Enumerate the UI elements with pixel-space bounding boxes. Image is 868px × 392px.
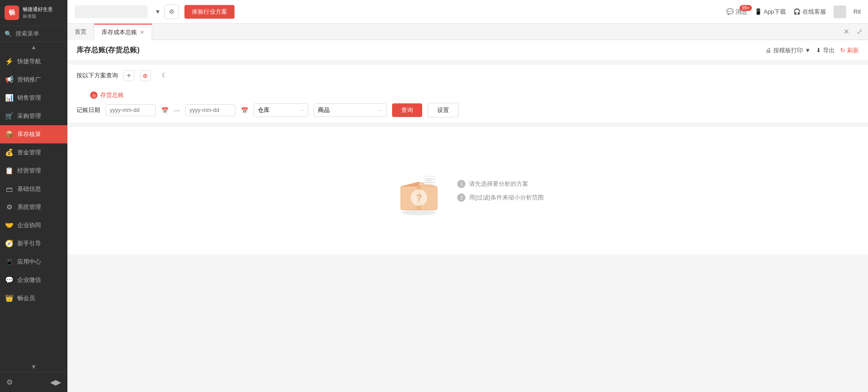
settings-filter-btn[interactable]: 设置: [428, 103, 459, 117]
print-icon: 🖨: [766, 47, 771, 54]
date-end-input[interactable]: [185, 104, 235, 116]
tab-maximize-btn[interactable]: ⤢: [855, 25, 864, 38]
operation-icon: 📋: [5, 167, 14, 175]
svg-point-0: [402, 210, 436, 215]
warehouse-filter[interactable]: 仓库 ···: [254, 103, 308, 117]
sidebar-item-basic-info[interactable]: 🗃 基础信息: [0, 180, 67, 198]
finance-icon: 💰: [5, 148, 14, 157]
sidebar-item-enterprise[interactable]: 🤝 企业协同: [0, 216, 67, 234]
sidebar-item-guide[interactable]: 🧭 新手引导: [0, 234, 67, 253]
sidebar-item-system[interactable]: ⚙ 系统管理: [0, 198, 67, 216]
filter-collapse-btn[interactable]: 《: [156, 70, 167, 81]
app-download-btn[interactable]: 📱 App下载: [755, 8, 786, 16]
scheme-list: ◎ 存货总账: [77, 86, 859, 103]
industry-btn[interactable]: 体验行业方案: [184, 5, 235, 19]
date-label: 记账日期: [77, 106, 100, 114]
marketing-icon: 📢: [5, 76, 14, 84]
sidebar-item-marketing[interactable]: 📢 营销推广: [0, 71, 67, 89]
app-logo-text: 畅捷通好生意 标准版: [23, 6, 53, 19]
wechat-icon: 💬: [5, 276, 14, 284]
tab-home[interactable]: 首页: [67, 24, 94, 40]
topbar-right: 💬 消息 99+ 📱 App下载 🎧 在线客服 Rit: [726, 5, 861, 18]
app-logo-icon: 畅: [5, 5, 19, 20]
sidebar: 畅 畅捷通好生意 标准版 🔍 搜索菜单 ▲ ⚡ 快捷导航 📢 营销推广 📊 销售…: [0, 0, 67, 392]
step-2-num: 2: [457, 193, 465, 202]
refresh-icon: ↻: [840, 47, 845, 54]
tab-close-all-btn[interactable]: ✕: [842, 25, 851, 38]
sidebar-item-quick-nav[interactable]: ⚡ 快捷导航: [0, 52, 67, 71]
goods-label: 商品: [318, 106, 330, 114]
message-badge: 99+: [740, 5, 752, 11]
filter-add-btn[interactable]: +: [123, 70, 134, 81]
goods-more-icon: ···: [378, 107, 383, 113]
enterprise-icon: 🤝: [5, 221, 14, 229]
user-avatar[interactable]: [833, 5, 846, 18]
sidebar-search[interactable]: 🔍 搜索菜单: [0, 26, 67, 42]
sidebar-scroll-up[interactable]: ▲: [0, 42, 67, 52]
system-icon: ⚙: [5, 203, 14, 211]
search-icon: 🔍: [5, 31, 12, 37]
calendar-end-icon[interactable]: 📅: [241, 107, 248, 114]
sidebar-item-operation[interactable]: 📋 经营管理: [0, 162, 67, 180]
tabbar-end: ✕ ⤢: [842, 25, 868, 38]
scheme-icon: ◎: [90, 92, 97, 99]
username-label: Rit: [853, 8, 861, 15]
topbar: ▼ ⚙ 体验行业方案 💬 消息 99+ 📱 App下载 🎧 在线客服 Rit: [67, 0, 868, 24]
sidebar-item-wechat[interactable]: 💬 企业微信: [0, 271, 67, 289]
purchase-icon: 🛒: [5, 112, 14, 120]
sidebar-nav: ⚡ 快捷导航 📢 营销推广 📊 销售管理 🛒 采购管理 📦 库存核算 💰 资金管…: [0, 52, 67, 361]
topbar-left: ▼ ⚙ 体验行业方案: [75, 5, 726, 19]
main-content: ▼ ⚙ 体验行业方案 💬 消息 99+ 📱 App下载 🎧 在线客服 Rit: [67, 0, 868, 392]
calendar-start-icon[interactable]: 📅: [161, 107, 168, 114]
date-start-input[interactable]: [106, 104, 156, 116]
filter-scheme-btn[interactable]: ⊕: [140, 70, 151, 81]
sidebar-item-purchase[interactable]: 🛒 采购管理: [0, 107, 67, 125]
warehouse-more-icon: ···: [300, 107, 304, 113]
tabbar: 首页 库存成本总账 ✕ ✕ ⤢: [67, 24, 868, 40]
sound-btn[interactable]: ◀▶: [48, 376, 63, 388]
empty-illustration: ?: [392, 163, 446, 218]
online-support-btn[interactable]: 🎧 在线客服: [793, 8, 826, 16]
filter-top: 按以下方案查询 + ⊕ 《: [77, 70, 859, 81]
topbar-dropdown[interactable]: ▼: [151, 6, 164, 17]
message-btn[interactable]: 💬 消息 99+: [726, 8, 747, 16]
tab-close-inventory-cost[interactable]: ✕: [140, 29, 144, 36]
topbar-preview: [75, 5, 148, 18]
step-1-num: 1: [457, 180, 465, 188]
page-header-actions: 🖨 按模板打印 ▼ ⬇ 导出 ↻ 刷新: [766, 46, 859, 55]
sidebar-item-inventory[interactable]: 📦 库存核算: [0, 125, 67, 143]
sidebar-item-sales[interactable]: 📊 销售管理: [0, 89, 67, 107]
message-icon: 💬: [726, 8, 734, 15]
app-download-icon: 📱: [755, 8, 762, 15]
scheme-item-inventory[interactable]: ◎ 存货总账: [86, 89, 128, 101]
sidebar-bottom: ⚙ ◀▶: [0, 372, 67, 392]
svg-text:?: ?: [416, 193, 422, 203]
app-center-icon: 📱: [5, 258, 14, 266]
guide-icon: 🧭: [5, 239, 14, 248]
empty-state: ? 1 请先选择要分析的方案 2 用[过滤]条件来: [67, 127, 868, 255]
member-icon: 👑: [5, 294, 14, 302]
headset-icon: 🎧: [793, 8, 801, 15]
sales-icon: 📊: [5, 94, 14, 102]
filter-area: 按以下方案查询 + ⊕ 《 ◎ 存货总账 记账日期 📅 — 📅: [67, 65, 868, 123]
empty-hint-1: 1 请先选择要分析的方案: [457, 180, 543, 188]
warehouse-label: 仓库: [258, 106, 270, 114]
empty-text: 1 请先选择要分析的方案 2 用[过滤]条件来缩小分析范围: [457, 180, 543, 202]
sidebar-item-app-center[interactable]: 📱 应用中心: [0, 253, 67, 271]
inventory-icon: 📦: [5, 130, 14, 138]
goods-filter[interactable]: 商品 ···: [314, 103, 387, 117]
page-header: 库存总账(存货总账) 🖨 按模板打印 ▼ ⬇ 导出 ↻ 刷新: [67, 40, 868, 61]
refresh-btn[interactable]: ↻ 刷新: [840, 46, 859, 55]
sidebar-scroll-down[interactable]: ▼: [0, 361, 67, 372]
export-btn[interactable]: ⬇ 导出: [816, 46, 835, 55]
print-btn[interactable]: 🖨 按模板打印 ▼: [766, 46, 811, 55]
empty-hint-2: 2 用[过滤]条件来缩小分析范围: [457, 193, 543, 202]
query-btn[interactable]: 查询: [392, 103, 422, 117]
tab-inventory-cost[interactable]: 库存成本总账 ✕: [94, 24, 152, 40]
quick-nav-icon: ⚡: [5, 57, 14, 66]
settings-btn[interactable]: ⚙: [5, 376, 15, 388]
sidebar-item-finance[interactable]: 💰 资金管理: [0, 143, 67, 162]
sidebar-item-member[interactable]: 👑 畅会员: [0, 289, 67, 307]
topbar-settings-icon[interactable]: ⚙: [164, 5, 179, 19]
export-icon: ⬇: [816, 47, 821, 54]
